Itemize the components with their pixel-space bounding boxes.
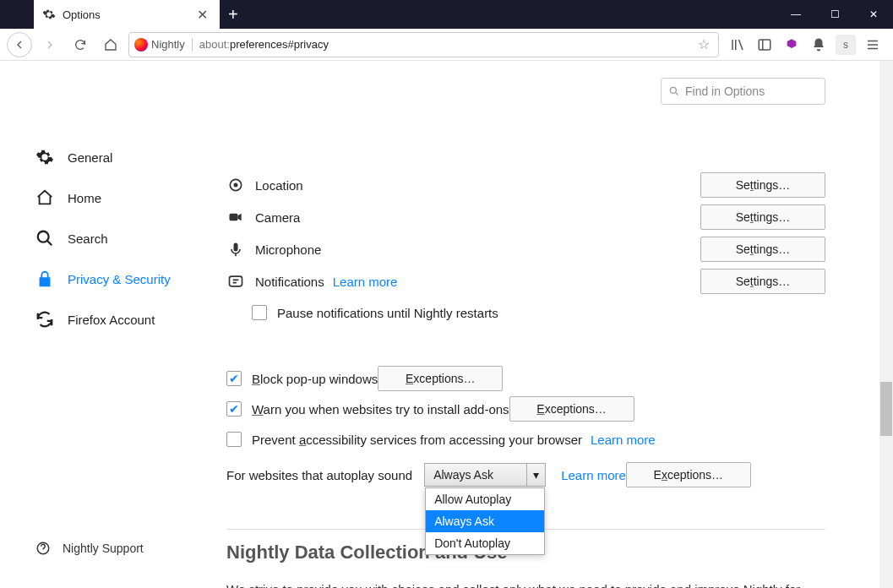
sidebar-item-home[interactable]: Home <box>35 177 211 218</box>
autoplay-label: For websites that autoplay sound <box>226 468 412 482</box>
prevent-a11y-row: Prevent accessibility services from acce… <box>226 424 825 455</box>
sidebar-item-label: Search <box>68 231 108 246</box>
permission-label: Camera <box>255 210 700 225</box>
toolbar: Nightly about:preferences#privacy ☆ s <box>0 29 893 61</box>
addons-exceptions-button[interactable]: Exceptions… <box>509 396 634 422</box>
new-tab-button[interactable]: + <box>220 0 247 30</box>
url-bar[interactable]: Nightly about:preferences#privacy ☆ <box>128 32 719 57</box>
permission-label: Notifications <box>255 275 324 289</box>
sidebar-item-label: General <box>68 150 112 165</box>
search-icon <box>668 85 680 97</box>
sidebar-item-label: Home <box>68 191 101 205</box>
block-popups-checkbox[interactable]: ✔ <box>226 371 242 386</box>
maximize-button[interactable]: ☐ <box>815 0 854 29</box>
content-pane: Find in Options Location Settings… Camer… <box>211 61 893 588</box>
svg-point-2 <box>670 87 676 93</box>
back-button[interactable] <box>7 32 32 57</box>
warn-addons-checkbox[interactable]: ✔ <box>226 401 242 416</box>
chevron-down-icon: ▾ <box>526 464 545 486</box>
sidebar-item-general[interactable]: General <box>35 137 211 177</box>
tab-title: Options <box>63 8 193 21</box>
sync-icon <box>35 310 54 329</box>
profile-icon[interactable]: s <box>836 35 856 55</box>
sidebar-icon[interactable] <box>754 35 775 55</box>
bell-icon[interactable] <box>809 35 829 55</box>
microphone-icon <box>226 240 245 259</box>
dropdown-option-dont[interactable]: Don't Autoplay <box>426 532 544 554</box>
autoplay-learn-more-link[interactable]: Learn more <box>561 468 626 482</box>
cube-icon[interactable] <box>781 35 802 55</box>
svg-rect-6 <box>234 243 238 252</box>
pause-notifications-checkbox[interactable] <box>252 305 267 320</box>
tab-close-button[interactable]: ✕ <box>193 7 211 23</box>
nightly-support-link[interactable]: Nightly Support <box>35 541 144 556</box>
firefox-logo-icon <box>134 38 148 52</box>
permission-location-row: Location Settings… <box>226 169 825 201</box>
sidebar: General Home Search Privacy & Security F… <box>0 61 211 588</box>
location-icon <box>226 176 245 194</box>
home-button[interactable] <box>98 32 123 57</box>
camera-settings-button[interactable]: Settings… <box>700 204 825 230</box>
permission-label: Microphone <box>255 242 700 257</box>
home-icon <box>35 188 54 207</box>
a11y-learn-more-link[interactable]: Learn more <box>591 433 656 447</box>
checkbox-label: Block pop-up windows <box>252 372 378 386</box>
section-text: We strive to provide you with choices an… <box>226 580 801 588</box>
permission-notifications-row: Notifications Learn more Settings… <box>226 265 825 297</box>
dropdown-option-allow[interactable]: Allow Autoplay <box>426 488 544 510</box>
gear-icon <box>42 8 56 21</box>
sidebar-item-search[interactable]: Search <box>35 218 211 259</box>
svg-point-1 <box>38 231 49 242</box>
close-window-button[interactable]: ✕ <box>854 0 893 29</box>
search-icon <box>35 229 54 248</box>
microphone-settings-button[interactable]: Settings… <box>700 237 825 262</box>
autoplay-row: For websites that autoplay sound Always … <box>226 460 825 490</box>
popups-exceptions-button[interactable]: Exceptions… <box>378 366 503 391</box>
svg-rect-7 <box>230 276 242 286</box>
window-controls: — ☐ ✕ <box>776 0 893 29</box>
sidebar-item-account[interactable]: Firefox Account <box>35 299 211 340</box>
autoplay-dropdown-menu: Allow Autoplay Always Ask Don't Autoplay <box>425 487 545 555</box>
gear-icon <box>35 148 54 166</box>
checkbox-label: Pause notifications until Nightly restar… <box>277 306 498 320</box>
find-in-options[interactable]: Find in Options <box>661 78 825 105</box>
dropdown-option-ask[interactable]: Always Ask <box>426 510 544 532</box>
forward-button[interactable] <box>37 32 63 57</box>
reload-button[interactable] <box>68 32 93 57</box>
brand-name: Nightly <box>151 38 185 51</box>
location-settings-button[interactable]: Settings… <box>700 172 825 198</box>
minimize-button[interactable]: — <box>776 0 815 29</box>
sidebar-item-privacy[interactable]: Privacy & Security <box>35 259 211 299</box>
warn-addons-row: ✔ Warn you when websites try to install … <box>226 394 825 424</box>
notifications-icon <box>226 272 245 291</box>
permission-label: Location <box>255 178 700 193</box>
autoplay-dropdown[interactable]: Always Ask ▾ Allow Autoplay Always Ask D… <box>424 463 546 487</box>
identity-box[interactable]: Nightly <box>134 38 193 52</box>
checkbox-label: Prevent accessibility services from acce… <box>252 433 582 447</box>
support-label: Nightly Support <box>63 542 144 555</box>
checkbox-label: Warn you when websites try to install ad… <box>252 402 509 416</box>
lock-icon <box>35 270 54 288</box>
notifications-settings-button[interactable]: Settings… <box>700 269 825 294</box>
prevent-a11y-checkbox[interactable] <box>226 432 242 447</box>
scrollbar-thumb[interactable] <box>880 382 892 436</box>
permission-microphone-row: Microphone Settings… <box>226 233 825 265</box>
menu-button[interactable] <box>863 35 883 55</box>
search-placeholder: Find in Options <box>685 84 765 98</box>
autoplay-exceptions-button[interactable]: Exceptions… <box>626 462 751 487</box>
sidebar-item-label: Privacy & Security <box>68 272 171 286</box>
sidebar-item-label: Firefox Account <box>68 313 155 327</box>
titlebar: Options ✕ + — ☐ ✕ <box>0 0 893 29</box>
svg-rect-5 <box>230 214 238 220</box>
scrollbar[interactable] <box>879 61 893 588</box>
notifications-learn-more-link[interactable]: Learn more <box>333 275 398 289</box>
help-icon <box>35 541 51 556</box>
browser-tab[interactable]: Options ✕ <box>34 0 220 29</box>
permission-camera-row: Camera Settings… <box>226 201 825 233</box>
block-popups-row: ✔ Block pop-up windows Exceptions… <box>226 363 825 394</box>
svg-point-3 <box>234 183 238 188</box>
svg-rect-0 <box>759 40 770 50</box>
library-icon[interactable] <box>727 35 748 55</box>
dropdown-value: Always Ask <box>425 468 526 482</box>
bookmark-star-icon[interactable]: ☆ <box>694 36 713 52</box>
